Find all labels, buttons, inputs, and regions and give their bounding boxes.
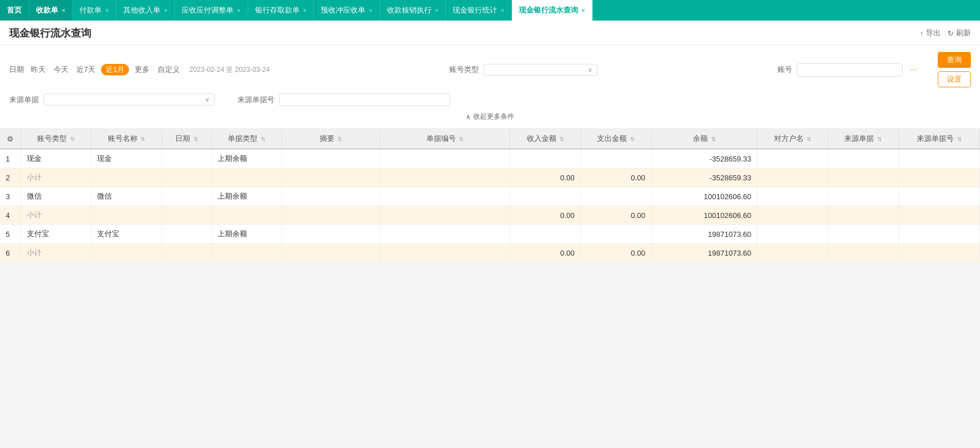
date-filter: 日期 昨天今天近7天近1月更多自定义 2023-02-24 至 2023-03-… xyxy=(9,64,270,75)
date-shortcuts: 昨天今天近7天近1月更多自定义 xyxy=(29,64,182,75)
table-row: 2小计0.000.00-3528659.33 xyxy=(0,168,980,187)
shortcut-近1月[interactable]: 近1月 xyxy=(101,64,129,75)
date-range: 2023-02-24 至 2023-03-24 xyxy=(189,65,269,75)
source-doc-chevron-icon: ∨ xyxy=(205,96,209,103)
page-header: 现金银行流水查询 ↑ 导出 ↻ 刷新 xyxy=(0,21,980,45)
refresh-button[interactable]: ↻ 刷新 xyxy=(947,28,971,38)
account-filter: 账号 ··· xyxy=(777,63,919,76)
collapse-button[interactable]: ∧ 收起更多条件 xyxy=(466,112,514,122)
account-input[interactable] xyxy=(797,63,903,76)
account-label: 账号 xyxy=(777,64,792,75)
top-nav: 首页 收款单×付款单×其他收入单×应收应付调整单×银行存取款单×预收冲应收单×收… xyxy=(0,0,980,21)
data-table: ⚙ 账号类型 ⇅ 账号名称 ⇅ 日期 ⇅ 单据类型 ⇅ 摘要 ⇅ 单据编号 ⇅ … xyxy=(0,129,980,263)
nav-tab-收款核销执行[interactable]: 收款核销执行× xyxy=(380,0,446,21)
chevron-down-icon: ∨ xyxy=(588,66,592,74)
nav-tab-现金银行流水查询[interactable]: 现金银行流水查询× xyxy=(512,0,592,21)
account-type-filter: 账号类型 ∨ xyxy=(449,64,598,76)
shortcut-自定义[interactable]: 自定义 xyxy=(155,64,182,75)
col-account-type[interactable]: 账号类型 ⇅ xyxy=(21,129,91,149)
source-doc-label: 来源单据 xyxy=(9,95,39,105)
export-button[interactable]: ↑ 导出 xyxy=(920,28,941,38)
collapse-row: ∧ 收起更多条件 xyxy=(9,112,971,122)
col-source-doc[interactable]: 来源单据 ⇅ xyxy=(828,129,898,149)
shortcut-昨天[interactable]: 昨天 xyxy=(29,64,48,75)
account-dots-button[interactable]: ··· xyxy=(908,64,919,75)
gear-icon: ⚙ xyxy=(7,135,14,143)
nav-tab-现金银行统计[interactable]: 现金银行统计× xyxy=(446,0,511,21)
col-gear[interactable]: ⚙ xyxy=(0,129,21,149)
shortcut-近7天[interactable]: 近7天 xyxy=(74,64,98,75)
nav-tab-付款单[interactable]: 付款单× xyxy=(72,0,116,21)
col-balance[interactable]: 余额 ⇅ xyxy=(651,129,757,149)
col-date[interactable]: 日期 ⇅ xyxy=(162,129,211,149)
table-header: ⚙ 账号类型 ⇅ 账号名称 ⇅ 日期 ⇅ 单据类型 ⇅ 摘要 ⇅ 单据编号 ⇅ … xyxy=(0,129,980,149)
export-icon: ↑ xyxy=(920,29,924,38)
nav-home[interactable]: 首页 xyxy=(0,0,29,21)
source-doc-no-label: 来源单据号 xyxy=(237,95,275,105)
col-expense[interactable]: 支出金额 ⇅ xyxy=(580,129,651,149)
header-actions: ↑ 导出 ↻ 刷新 xyxy=(920,28,971,38)
nav-tab-银行存取款单[interactable]: 银行存取款单× xyxy=(248,0,314,21)
table-row: 5支付宝支付宝上期余额19871073.60 xyxy=(0,225,980,244)
account-type-select[interactable]: ∨ xyxy=(483,64,598,76)
settings-button[interactable]: 设置 xyxy=(938,71,971,87)
source-doc-no-filter: 来源单据号 xyxy=(237,93,450,106)
col-source-doc-no[interactable]: 来源单据号 ⇅ xyxy=(898,129,979,149)
col-account-name[interactable]: 账号名称 ⇅ xyxy=(91,129,162,149)
collapse-icon: ∧ xyxy=(466,113,471,121)
nav-tab-应收应付调整单[interactable]: 应收应付调整单× xyxy=(175,0,248,21)
date-label: 日期 xyxy=(9,64,24,75)
collapse-label: 收起更多条件 xyxy=(473,112,514,122)
nav-tab-预收冲应收单[interactable]: 预收冲应收单× xyxy=(314,0,380,21)
col-doc-type[interactable]: 单据类型 ⇅ xyxy=(211,129,282,149)
table-row: 3微信微信上期余额100102606.60 xyxy=(0,187,980,206)
shortcut-今天[interactable]: 今天 xyxy=(51,64,71,75)
filter-row-2: 来源单据 ∨ 来源单据号 xyxy=(9,93,971,106)
export-label: 导出 xyxy=(926,28,941,38)
account-type-label: 账号类型 xyxy=(449,64,479,75)
table-row: 6小计0.000.0019871073.60 xyxy=(0,244,980,263)
filter-area: 日期 昨天今天近7天近1月更多自定义 2023-02-24 至 2023-03-… xyxy=(0,45,980,129)
source-doc-no-input[interactable] xyxy=(279,93,450,106)
col-doc-no[interactable]: 单据编号 ⇅ xyxy=(380,129,510,149)
query-button[interactable]: 查询 xyxy=(938,52,971,68)
col-summary[interactable]: 摘要 ⇅ xyxy=(282,129,380,149)
nav-tab-收款单[interactable]: 收款单× xyxy=(29,0,72,21)
table-row: 4小计0.000.00100102606.60 xyxy=(0,206,980,225)
filter-row-1: 日期 昨天今天近7天近1月更多自定义 2023-02-24 至 2023-03-… xyxy=(9,52,971,87)
page-title: 现金银行流水查询 xyxy=(9,26,91,40)
shortcut-更多[interactable]: 更多 xyxy=(132,64,152,75)
col-income[interactable]: 收入金额 ⇅ xyxy=(510,129,581,149)
source-doc-select[interactable]: ∨ xyxy=(43,94,215,106)
refresh-label: 刷新 xyxy=(956,28,971,38)
nav-tab-其他收入单[interactable]: 其他收入单× xyxy=(116,0,175,21)
source-doc-filter: 来源单据 ∨ xyxy=(9,94,215,106)
col-counterparty[interactable]: 对方户名 ⇅ xyxy=(757,129,828,149)
table-row: 1现金现金上期余额-3528659.33 xyxy=(0,149,980,168)
table-body: 1现金现金上期余额-3528659.332小计0.000.00-3528659.… xyxy=(0,149,980,263)
refresh-icon: ↻ xyxy=(947,29,954,38)
table-container: ⚙ 账号类型 ⇅ 账号名称 ⇅ 日期 ⇅ 单据类型 ⇅ 摘要 ⇅ 单据编号 ⇅ … xyxy=(0,129,980,263)
